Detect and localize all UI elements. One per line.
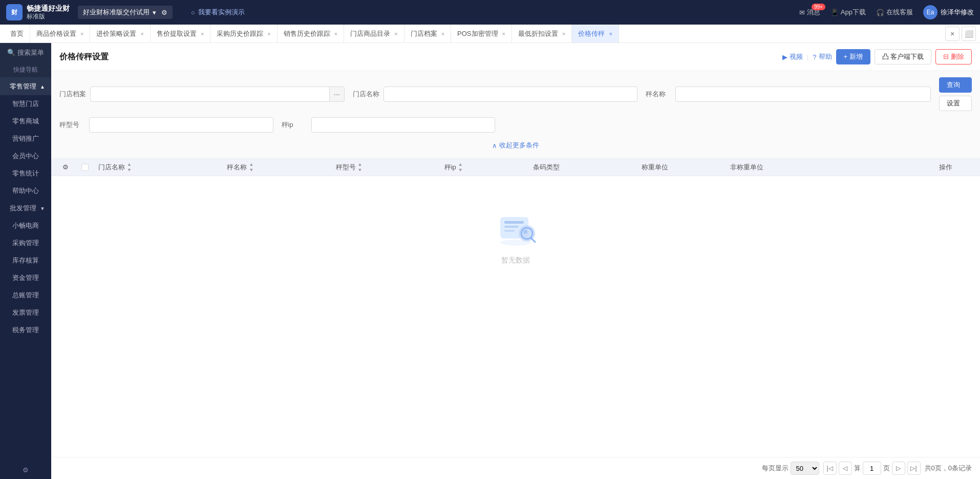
empty-text: 暂无数据 bbox=[501, 256, 530, 265]
chevron-up-icon: ∧ bbox=[492, 142, 497, 149]
filter-store-name: 门店名称 bbox=[353, 86, 638, 102]
tab-actions: × ⬜ bbox=[945, 27, 976, 41]
page-size-dropdown[interactable]: 10 20 50 100 bbox=[791, 462, 819, 475]
sidebar-item-general-ledger[interactable]: 总账管理 bbox=[0, 287, 51, 304]
store-name-input[interactable] bbox=[384, 86, 638, 102]
close-tab-strategy[interactable]: × bbox=[140, 31, 143, 37]
page-next-button[interactable]: ▷ bbox=[892, 462, 905, 475]
sidebar-item-mini-ecom[interactable]: 小畅电商 bbox=[0, 217, 51, 234]
svg-rect-4 bbox=[504, 230, 515, 232]
tab-min-discount[interactable]: 最低折扣设置 × bbox=[512, 25, 572, 43]
sidebar-item-inventory[interactable]: 库存核算 bbox=[0, 252, 51, 269]
sidebar-item-help[interactable]: 帮助中心 bbox=[0, 182, 51, 200]
store-archive-input[interactable] bbox=[90, 86, 330, 102]
sidebar-item-retail-stats[interactable]: 零售统计 bbox=[0, 165, 51, 182]
online-service-button[interactable]: 🎧 在线客服 bbox=[876, 8, 913, 17]
close-tab-catalog[interactable]: × bbox=[394, 31, 397, 37]
scale-model-input[interactable] bbox=[89, 117, 273, 133]
client-download-button[interactable]: 凸 客户端下载 bbox=[875, 49, 932, 64]
top-header: 财 畅捷通好业财 标准版 好业财标准版交付试用 ▾ ⚙ ○ 我要看实例演示 ✉ … bbox=[0, 0, 980, 25]
tab-store-archive[interactable]: 门店档案 × bbox=[404, 25, 451, 43]
play-icon: ○ bbox=[191, 9, 195, 16]
scale-ip-input[interactable] bbox=[311, 117, 496, 133]
th-store-name[interactable]: 门店名称 ▲▼ bbox=[94, 162, 223, 172]
filter-scale-model: 秤型号 bbox=[59, 117, 273, 133]
tab-price-scale[interactable]: 价格传秤 × bbox=[572, 25, 619, 43]
sort-arrows-store-name: ▲▼ bbox=[127, 162, 132, 172]
header-right: ✉ 消息 99+ 📱 App下载 🎧 在线客服 Ea 徐泽华修改 bbox=[799, 5, 974, 19]
close-tab-store-archive[interactable]: × bbox=[441, 31, 444, 37]
tab-close-all-button[interactable]: × bbox=[945, 27, 960, 41]
tab-purchase-history[interactable]: 采购历史价跟踪 × bbox=[210, 25, 277, 43]
sidebar-item-member[interactable]: 会员中心 bbox=[0, 147, 51, 165]
select-all-checkbox[interactable] bbox=[81, 164, 89, 171]
collapse-button[interactable]: ∧ 收起更多条件 bbox=[59, 139, 972, 152]
sidebar-item-wholesale[interactable]: 批发管理 ▼ bbox=[0, 200, 51, 217]
sidebar-item-purchase[interactable]: 采购管理 bbox=[0, 234, 51, 252]
user-info[interactable]: Ea 徐泽华修改 bbox=[923, 5, 974, 19]
sidebar-item-finance[interactable]: 资金管理 bbox=[0, 269, 51, 287]
add-button[interactable]: + 新增 bbox=[836, 49, 870, 64]
logo-icon: 财 bbox=[6, 4, 23, 20]
close-tab-sale[interactable]: × bbox=[201, 31, 204, 37]
th-scale-model[interactable]: 秤型号 ▲▼ bbox=[332, 162, 440, 172]
scale-name-input[interactable] bbox=[675, 86, 931, 102]
page-first-button[interactable]: |◁ bbox=[823, 462, 837, 475]
svg-rect-3 bbox=[504, 226, 519, 228]
th-weight-unit[interactable]: 称重单位 bbox=[637, 163, 726, 172]
th-scale-ip[interactable]: 秤ip ▲▼ bbox=[440, 162, 529, 172]
th-ops: 操作 bbox=[935, 163, 976, 172]
tab-home[interactable]: 首页 bbox=[4, 25, 30, 43]
query-button[interactable]: 查询 bbox=[939, 77, 972, 93]
close-tab-sale-history[interactable]: × bbox=[334, 31, 337, 37]
sidebar-quick-nav[interactable]: 快捷导航 bbox=[0, 62, 51, 78]
help-link[interactable]: ? 帮助 bbox=[813, 52, 832, 61]
message-button[interactable]: ✉ 消息 99+ bbox=[799, 8, 820, 17]
demo-link[interactable]: ○ 我要看实例演示 bbox=[191, 8, 245, 17]
main-layout: 🔍 搜索菜单 快捷导航 零售管理 ▲ 智慧门店 零售商城 营销推广 会员中心 零… bbox=[0, 43, 980, 479]
settings-icon: ⚙ bbox=[62, 163, 69, 171]
close-tab-price-scale[interactable]: × bbox=[609, 31, 612, 37]
sidebar-item-smart-store[interactable]: 智慧门店 bbox=[0, 95, 51, 113]
close-tab-price[interactable]: × bbox=[80, 31, 83, 37]
th-settings[interactable]: ⚙ bbox=[55, 163, 76, 171]
close-tab-min-discount[interactable]: × bbox=[562, 31, 565, 37]
tab-price[interactable]: 商品价格设置 × bbox=[30, 25, 90, 43]
tab-catalog[interactable]: 门店商品目录 × bbox=[344, 25, 404, 43]
sidebar-item-online-retail[interactable]: 零售商城 bbox=[0, 113, 51, 130]
close-tab-purchase-history[interactable]: × bbox=[267, 31, 270, 37]
page-number-input[interactable] bbox=[863, 462, 881, 475]
service-icon: 🎧 bbox=[876, 9, 884, 16]
page-last-button[interactable]: ▷| bbox=[907, 462, 921, 475]
sort-arrows-scale-model: ▲▼ bbox=[358, 162, 363, 172]
sidebar-item-invoice[interactable]: 发票管理 bbox=[0, 304, 51, 321]
th-check[interactable] bbox=[76, 164, 94, 171]
tab-strategy[interactable]: 进价策略设置 × bbox=[90, 25, 150, 43]
tab-sale-history[interactable]: 销售历史价跟踪 × bbox=[278, 25, 344, 43]
sort-arrows-scale-name: ▲▼ bbox=[249, 162, 253, 172]
settings-icon[interactable]: ⚙ bbox=[161, 9, 167, 16]
version-selector[interactable]: 好业财标准版交付试用 ▾ ⚙ bbox=[78, 6, 173, 19]
video-link[interactable]: ▶ 视频 bbox=[782, 52, 803, 61]
tab-maximize-button[interactable]: ⬜ bbox=[962, 27, 976, 41]
chevron-down-icon: ▼ bbox=[40, 206, 45, 211]
search-icon: 🔍 bbox=[7, 49, 15, 56]
app-download-button[interactable]: 📱 App下载 bbox=[830, 8, 866, 17]
store-archive-addon-btn[interactable]: ··· bbox=[330, 86, 345, 102]
th-barcode-type[interactable]: 条码类型 bbox=[529, 163, 637, 172]
tab-pos[interactable]: POS加密管理 × bbox=[451, 25, 512, 43]
sidebar-settings-button[interactable]: ⚙ bbox=[0, 461, 51, 479]
download-icon: 📱 bbox=[830, 9, 839, 16]
close-tab-pos[interactable]: × bbox=[502, 31, 505, 37]
scale-ip-label: 秤ip bbox=[282, 120, 307, 129]
delete-button[interactable]: ⊟ 删除 bbox=[935, 49, 972, 64]
sidebar-item-retail[interactable]: 零售管理 ▲ bbox=[0, 78, 51, 95]
settings-button[interactable]: 设置 bbox=[939, 96, 972, 111]
th-scale-name[interactable]: 秤名称 ▲▼ bbox=[223, 162, 331, 172]
tab-sale[interactable]: 售价提取设置 × bbox=[151, 25, 210, 43]
sidebar-item-tax[interactable]: 税务管理 bbox=[0, 321, 51, 339]
page-prev-button[interactable]: ◁ bbox=[839, 462, 852, 475]
sidebar-item-marketing[interactable]: 营销推广 bbox=[0, 130, 51, 147]
th-non-weight-unit[interactable]: 非称重单位 bbox=[726, 163, 935, 172]
sidebar-search[interactable]: 🔍 搜索菜单 bbox=[0, 43, 51, 62]
